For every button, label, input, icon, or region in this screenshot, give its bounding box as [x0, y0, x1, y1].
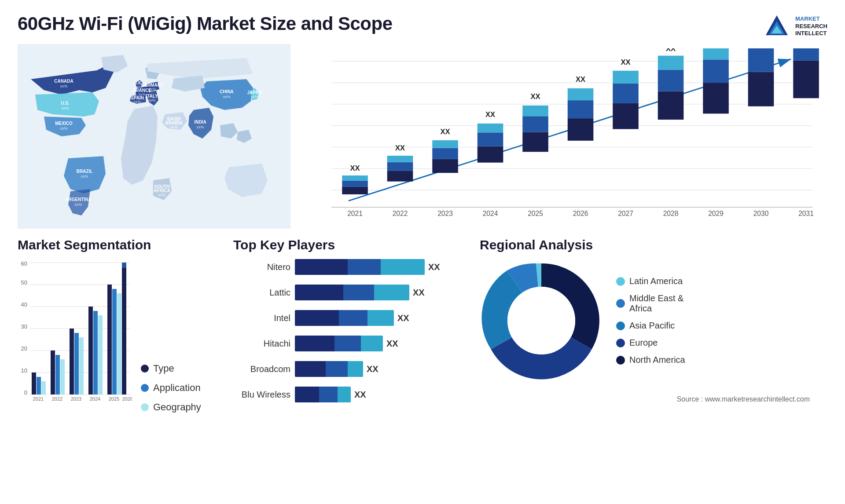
- application-dot: [141, 384, 149, 392]
- segmentation-content: 0 10 20 30 40 50 60: [18, 259, 216, 413]
- svg-text:2021: 2021: [347, 210, 363, 217]
- svg-rect-61: [478, 146, 503, 163]
- svg-text:2028: 2028: [663, 210, 679, 217]
- svg-text:XX: XX: [485, 110, 495, 119]
- svg-text:2024: 2024: [483, 210, 498, 217]
- logo-text: MARKET RESEARCH INTELLECT: [795, 15, 827, 38]
- svg-rect-127: [98, 315, 103, 394]
- seg-chart-svg: 0 10 20 30 40 50 60: [18, 259, 132, 417]
- svg-rect-63: [478, 124, 503, 133]
- svg-text:2023: 2023: [71, 396, 81, 402]
- svg-text:XX: XX: [666, 48, 676, 53]
- svg-rect-130: [112, 289, 117, 394]
- europe-dot: [616, 339, 625, 347]
- svg-text:2022: 2022: [393, 210, 408, 217]
- svg-text:xx%: xx%: [250, 95, 258, 99]
- svg-text:XX: XX: [395, 144, 405, 152]
- player-name-blu-wireless: Blu Wireless: [233, 390, 290, 400]
- player-bar-hitachi: XX: [295, 336, 398, 351]
- players-section: Top Key Players Nitero XX Lattic: [233, 237, 462, 471]
- svg-text:xx%: xx%: [133, 100, 141, 104]
- svg-rect-134: [122, 263, 126, 268]
- svg-text:BRAZIL: BRAZIL: [77, 169, 93, 174]
- svg-text:30: 30: [21, 323, 27, 330]
- svg-text:50: 50: [21, 279, 27, 286]
- player-row-intel: Intel XX: [233, 310, 462, 326]
- svg-rect-67: [522, 116, 548, 132]
- svg-rect-87: [703, 59, 729, 83]
- svg-rect-96: [793, 48, 819, 60]
- logo-icon: [764, 13, 790, 40]
- svg-text:2025: 2025: [528, 210, 543, 217]
- segmentation-title: Market Segmentation: [18, 237, 216, 252]
- svg-rect-122: [74, 333, 79, 394]
- player-row-hitachi: Hitachi XX: [233, 336, 462, 351]
- svg-text:xx%: xx%: [196, 125, 204, 129]
- svg-text:xx%: xx%: [148, 98, 155, 102]
- svg-text:2031: 2031: [798, 210, 814, 217]
- legend-latin-america: Latin America: [616, 276, 685, 286]
- svg-rect-71: [568, 118, 594, 141]
- world-map-section: CANADA xx% U.S. xx% MEXICO xx% BRAZIL xx…: [18, 44, 290, 229]
- player-row-nitero: Nitero XX: [233, 259, 462, 275]
- svg-rect-51: [387, 171, 413, 181]
- svg-rect-72: [568, 100, 594, 118]
- svg-text:CANADA: CANADA: [54, 79, 73, 84]
- segmentation-chart: 0 10 20 30 40 50 60: [18, 259, 132, 413]
- donut-chart: [480, 259, 603, 382]
- svg-rect-88: [703, 48, 729, 59]
- svg-rect-121: [70, 329, 74, 394]
- forecast-bar-chart: XX 2021 XX 2022 XX 2023 XX 2024 XX: [299, 48, 827, 229]
- bottom-area: Market Segmentation 0 10 20 30 40 50 60: [0, 229, 845, 475]
- svg-text:60: 60: [21, 260, 27, 267]
- svg-rect-113: [32, 373, 36, 394]
- svg-rect-81: [658, 91, 684, 120]
- svg-text:MEXICO: MEXICO: [55, 121, 73, 126]
- svg-text:xx%: xx%: [148, 87, 156, 91]
- asia-pacific-dot: [616, 321, 625, 330]
- svg-text:xx%: xx%: [223, 95, 230, 99]
- top-content: CANADA xx% U.S. xx% MEXICO xx% BRAZIL xx…: [0, 44, 845, 229]
- svg-rect-76: [613, 103, 639, 129]
- svg-rect-56: [432, 159, 458, 173]
- svg-text:xx%: xx%: [170, 125, 177, 129]
- svg-text:2027: 2027: [618, 210, 633, 217]
- legend-item-geography: Geography: [141, 402, 201, 413]
- svg-text:xx%: xx%: [60, 126, 67, 131]
- svg-rect-123: [79, 337, 84, 394]
- source-text: Source : www.marketresearchintellect.com: [480, 395, 827, 403]
- svg-rect-86: [703, 83, 729, 113]
- segmentation-legend: Type Application Geography: [141, 363, 201, 413]
- player-name-hitachi: Hitachi: [233, 339, 290, 349]
- svg-text:xx%: xx%: [60, 84, 67, 88]
- svg-text:2024: 2024: [90, 396, 100, 402]
- svg-text:xx%: xx%: [61, 106, 69, 110]
- player-bar-nitero: XX: [295, 259, 440, 275]
- svg-rect-129: [107, 285, 112, 394]
- legend-middle-east-africa: Middle East &Africa: [616, 293, 685, 314]
- legend-item-application: Application: [141, 382, 201, 394]
- player-row-blu-wireless: Blu Wireless XX: [233, 387, 462, 402]
- latin-america-dot: [616, 277, 625, 286]
- player-bar-broadcom: XX: [295, 361, 378, 377]
- player-bar-blu-wireless: XX: [295, 387, 366, 402]
- svg-rect-119: [60, 359, 65, 394]
- svg-rect-62: [478, 132, 503, 146]
- player-name-nitero: Nitero: [233, 262, 290, 272]
- player-name-lattic: Lattic: [233, 288, 290, 298]
- page-title: 60GHz Wi-Fi (WiGig) Market Size and Scop…: [18, 13, 393, 34]
- geography-dot: [141, 403, 149, 411]
- svg-text:XX: XX: [621, 58, 630, 66]
- svg-rect-83: [658, 56, 684, 70]
- svg-rect-133: [122, 268, 126, 394]
- segmentation-section: Market Segmentation 0 10 20 30 40 50 60: [18, 237, 216, 471]
- svg-text:2030: 2030: [753, 210, 769, 217]
- svg-text:2029: 2029: [708, 210, 724, 217]
- svg-rect-95: [793, 60, 819, 98]
- svg-text:U.S.: U.S.: [61, 101, 70, 106]
- svg-rect-117: [51, 351, 55, 394]
- svg-rect-118: [55, 355, 60, 394]
- svg-rect-48: [342, 175, 368, 181]
- logo-area: MARKET RESEARCH INTELLECT: [764, 13, 827, 40]
- donut-container: Latin America Middle East &Africa Asia P…: [480, 259, 827, 382]
